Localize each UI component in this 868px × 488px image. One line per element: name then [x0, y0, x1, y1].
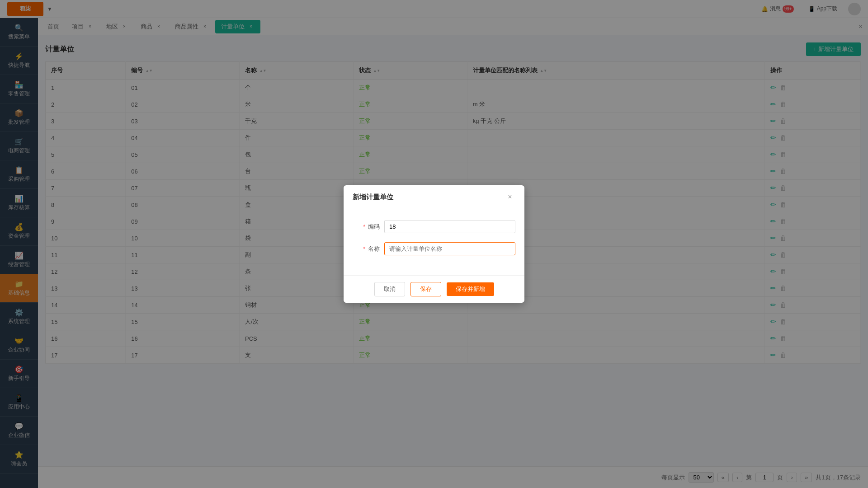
name-input[interactable] [384, 242, 515, 255]
modal-footer: 取消 保存 保存并新增 [344, 275, 524, 303]
name-label-text: 名称 [368, 245, 380, 252]
form-row-code: * 编码 [353, 220, 515, 233]
cancel-button[interactable]: 取消 [374, 282, 405, 296]
name-label: * 名称 [353, 245, 380, 253]
modal-overlay: 新增计量单位 × * 编码 * 名称 取消 保存 保存并新增 [0, 0, 868, 488]
code-label-text: 编码 [368, 223, 380, 230]
required-star: * [363, 245, 365, 252]
modal-title: 新增计量单位 [353, 193, 393, 202]
save-and-new-button[interactable]: 保存并新增 [447, 282, 494, 296]
save-button[interactable]: 保存 [410, 282, 441, 296]
code-input[interactable] [384, 220, 515, 233]
add-unit-modal: 新增计量单位 × * 编码 * 名称 取消 保存 保存并新增 [344, 185, 524, 303]
modal-body: * 编码 * 名称 [344, 209, 524, 275]
code-label: * 编码 [353, 223, 380, 231]
required-star: * [363, 223, 365, 230]
modal-close-btn[interactable]: × [505, 192, 515, 202]
modal-header: 新增计量单位 × [344, 185, 524, 209]
form-row-name: * 名称 [353, 242, 515, 255]
